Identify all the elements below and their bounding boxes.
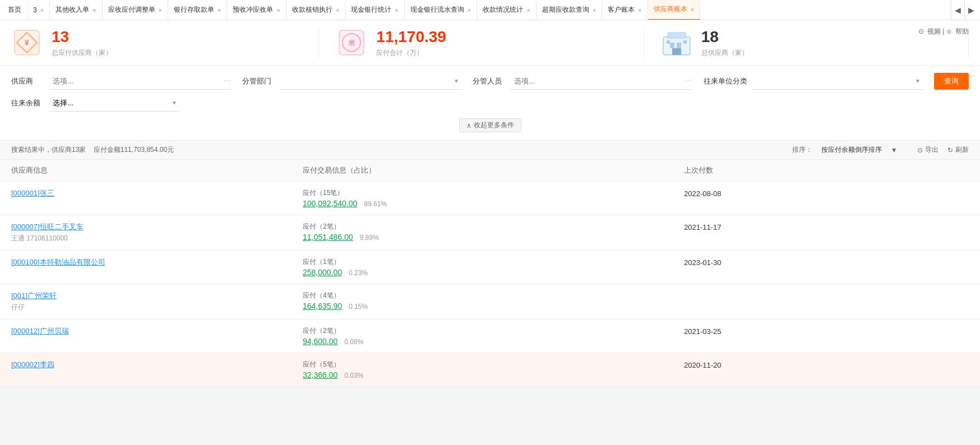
nav-tab-label-overdue-ar: 超期应收款查询 xyxy=(542,5,589,15)
svg-rect-10 xyxy=(672,48,681,55)
tx-amount-1[interactable]: 11,051,486.00 xyxy=(303,233,353,242)
nav-tab-ar-ap-adjust[interactable]: 应收应付调整单× xyxy=(103,0,168,20)
supplier-col-5: [000002]李四 xyxy=(11,360,303,370)
tx-amount-3[interactable]: 164,635.90 xyxy=(303,302,342,310)
total-supplier-content: 18 总供应商（家） xyxy=(701,27,748,58)
tx-row-0: 100,092,540.0089.61% xyxy=(303,198,684,208)
nav-tab-close-bank-deposit[interactable]: × xyxy=(218,7,221,13)
collapse-button[interactable]: ∧ 收起更多条件 xyxy=(459,118,521,132)
supplier-name-3[interactable]: [001]广州荣轩 xyxy=(11,291,303,301)
col-header-lastpay: 上次付数 xyxy=(684,165,969,175)
nav-tab-close-overdue-ar[interactable]: × xyxy=(593,7,596,13)
nav-tab-receipt-writeoff[interactable]: 收款核销执行× xyxy=(286,0,345,20)
nav-tab-tab3[interactable]: 3× xyxy=(27,0,50,20)
sort-value[interactable]: 按应付余额倒序排序 xyxy=(821,145,882,155)
supplier-contact-1: 王通 17106110000 xyxy=(11,234,303,243)
collapse-chevron-icon: ∧ xyxy=(466,122,471,129)
nav-tab-close-ar-ap-adjust[interactable]: × xyxy=(159,7,162,13)
lastpay-col-2: 2023-01-30 xyxy=(684,257,969,267)
category-filter-label: 往来单位分类 xyxy=(704,76,747,86)
transaction-col-2: 应付（1笔）258,000.000.23% xyxy=(303,257,684,277)
table-area: 供应商信息 应付交易信息（占比） 上次付数 [000001]张三应付（15笔）1… xyxy=(0,160,980,387)
nav-tab-other-income[interactable]: 其他收入单× xyxy=(50,0,102,20)
nav-tab-cash-bank-stat[interactable]: 现金银行统计× xyxy=(345,0,404,20)
nav-tab-close-receipt-stat[interactable]: × xyxy=(526,7,530,13)
supplier-name-1[interactable]: [000007]恒旺二手叉车 xyxy=(11,222,303,232)
tx-amount-0[interactable]: 100,092,540.00 xyxy=(303,199,357,208)
nav-tab-close-supplier-ledger[interactable]: × xyxy=(691,6,694,13)
nav-right-arrow[interactable]: ▶ xyxy=(964,0,978,20)
person-dots-icon[interactable]: ··· xyxy=(685,76,692,86)
supplier-name-0[interactable]: [000001]张三 xyxy=(11,188,303,198)
top-navigation: 首页3×其他收入单×应收应付调整单×银行存取款单×预收冲应收单×收款核销执行×现… xyxy=(0,0,980,20)
last-pay-date-0: 2022-08-08 xyxy=(684,188,969,198)
nav-tab-close-cash-bank-stat[interactable]: × xyxy=(395,7,398,13)
supplier-contact-3: 仔仔 xyxy=(11,303,303,312)
person-filter-label: 分管人员 xyxy=(473,76,506,86)
person-input[interactable] xyxy=(511,77,682,85)
filter-row-1: 供应商 ··· 分管部门 ▼ 分管人员 ··· xyxy=(11,72,969,90)
balance-select-wrapper: 选择... ▼ xyxy=(49,94,179,112)
supplier-col-1: [000007]恒旺二手叉车王通 17106110000 xyxy=(11,222,303,243)
nav-tab-bank-deposit[interactable]: 银行存取款单× xyxy=(168,0,227,20)
nav-tab-close-customer-ledger[interactable]: × xyxy=(638,7,641,13)
category-select[interactable] xyxy=(752,72,923,89)
supplier-name-2[interactable]: [000100]本特勒油品有限公司 xyxy=(11,257,303,267)
ap-supplier-content: 13 总应付供应商（家） xyxy=(52,27,112,58)
total-supplier-icon xyxy=(661,27,692,58)
nav-tab-prepay-ar[interactable]: 预收冲应收单× xyxy=(227,0,286,20)
filter-dept: 分管部门 ▼ xyxy=(242,72,462,90)
nav-tab-label-tab3: 3 xyxy=(33,6,37,14)
help-link[interactable]: 帮助 xyxy=(955,27,969,35)
supplier-name-5[interactable]: [000002]李四 xyxy=(11,360,303,370)
tx-amount-4[interactable]: 94,600.00 xyxy=(303,337,338,346)
nav-tab-close-prepay-ar[interactable]: × xyxy=(276,7,280,13)
nav-tab-label-supplier-ledger: 供应商账本 xyxy=(654,4,687,14)
balance-select[interactable]: 选择... xyxy=(49,94,179,111)
summary-card-ap-total: 米 11,170.39 应付合计（万） xyxy=(319,27,644,58)
ap-supplier-label: 总应付供应商（家） xyxy=(52,48,112,58)
tx-pct-0: 89.61% xyxy=(364,200,387,208)
tx-pct-4: 0.08% xyxy=(344,338,363,346)
last-pay-date-5: 2020-11-20 xyxy=(684,360,969,369)
query-button[interactable]: 查询 xyxy=(934,73,969,90)
ap-supplier-icon: ¥ xyxy=(11,27,43,58)
refresh-button[interactable]: ↻ 刷新 xyxy=(947,145,969,155)
lastpay-col-1: 2021-11-17 xyxy=(684,222,969,231)
transaction-col-3: 应付（4笔）164,635.900.15% xyxy=(303,291,684,310)
nav-tab-label-prepay-ar: 预收冲应收单 xyxy=(233,5,273,15)
nav-tab-cash-bank-flow[interactable]: 现金银行流水查询× xyxy=(405,0,477,20)
nav-tab-label-ar-ap-adjust: 应收应付调整单 xyxy=(108,5,155,15)
tx-pct-1: 9.89% xyxy=(360,234,379,242)
collapse-label: 收起更多条件 xyxy=(474,120,514,130)
tx-label-5: 应付（5笔） xyxy=(303,360,684,369)
last-pay-date-3 xyxy=(684,291,969,292)
col-header-transaction: 应付交易信息（占比） xyxy=(303,165,684,175)
nav-tab-close-cash-bank-flow[interactable]: × xyxy=(468,7,471,13)
supplier-dots-icon[interactable]: ··· xyxy=(223,76,230,86)
sort-dropdown-icon[interactable]: ▼ xyxy=(891,146,898,154)
supplier-name-4[interactable]: [000012]广州贝瑞 xyxy=(11,326,303,336)
nav-tab-supplier-ledger[interactable]: 供应商账本× xyxy=(648,0,700,20)
supplier-input[interactable] xyxy=(49,77,221,85)
nav-tab-receipt-stat[interactable]: 收款情况统计× xyxy=(477,0,536,20)
dept-select-wrapper: ▼ xyxy=(280,72,462,90)
summary-card-ap-suppliers: ¥ 13 总应付供应商（家） xyxy=(11,27,319,58)
nav-left-arrow[interactable]: ◀ xyxy=(951,0,964,20)
tx-amount-2[interactable]: 258,000.00 xyxy=(303,268,342,277)
tx-amount-5[interactable]: 32,366.00 xyxy=(303,370,338,379)
nav-tab-close-other-income[interactable]: × xyxy=(93,7,96,13)
nav-tab-close-tab3[interactable]: × xyxy=(40,7,44,13)
tx-label-0: 应付（15笔） xyxy=(303,188,684,198)
video-link[interactable]: 视频 xyxy=(927,27,941,35)
supplier-filter-label: 供应商 xyxy=(11,76,45,86)
tx-label-4: 应付（2笔） xyxy=(303,326,684,336)
nav-tab-overdue-ar[interactable]: 超期应收款查询× xyxy=(537,0,602,20)
export-button[interactable]: ⊙ 导出 xyxy=(917,145,939,155)
dept-select[interactable] xyxy=(280,72,462,89)
nav-tab-close-receipt-writeoff[interactable]: × xyxy=(336,7,339,13)
ap-total-icon: 米 xyxy=(336,27,367,58)
nav-tab-label-customer-ledger: 客户账本 xyxy=(608,5,635,15)
nav-tab-home[interactable]: 首页 xyxy=(2,0,27,20)
nav-tab-customer-ledger[interactable]: 客户账本× xyxy=(602,0,648,20)
